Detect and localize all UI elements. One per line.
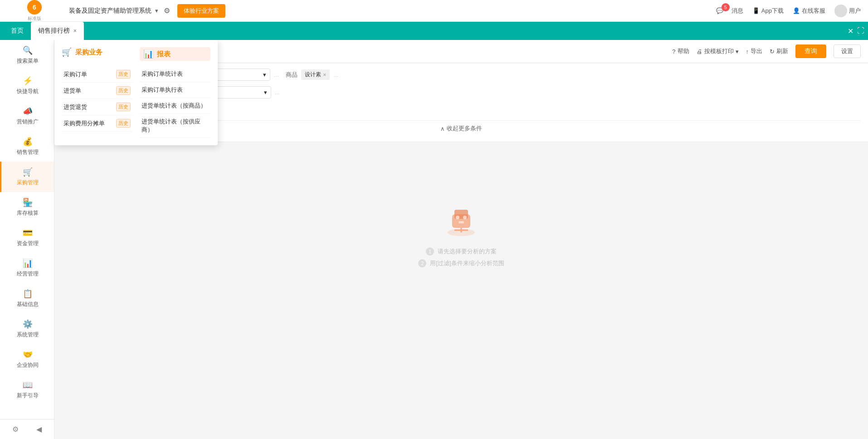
empty-step-1: 1 请先选择要分析的方案 <box>426 247 497 256</box>
svg-rect-7 <box>458 221 464 223</box>
step-1-number: 1 <box>426 247 434 256</box>
sidebar-item-inventory[interactable]: 🏪 库存核算 <box>0 192 54 222</box>
purchase-order-history-badge: 历史 <box>116 70 131 79</box>
collapse-button[interactable]: ∧ 收起更多条件 <box>437 121 486 136</box>
help-button[interactable]: ? 帮助 <box>672 47 689 55</box>
system-title-area: 装备及固定资产辅助管理系统 ▾ ⚙ 体验行业方案 <box>69 4 716 18</box>
collapse-arrow-icon: ∧ <box>440 125 445 132</box>
tab-sales-ranking[interactable]: 销售排行榜 × <box>31 22 84 40</box>
empty-state: 1 请先选择要分析的方案 2 用[过滤]条件来缩小分析范围 <box>54 142 868 324</box>
online-service-label: 在线客服 <box>802 7 825 15</box>
app-download-button[interactable]: 📱 App下载 <box>752 7 784 15</box>
stock-stats-goods-label: 进货单统计表（按商品） <box>141 102 206 110</box>
sidebar: 🔍 搜索菜单 ⚡ 快捷导航 📣 营销推广 💰 销售管理 🛒 采购管理 🏪 库存核… <box>0 40 54 439</box>
tab-home[interactable]: 首页 <box>4 22 31 40</box>
purchase-order-stats-label: 采购订单统计表 <box>141 70 183 78</box>
purchase-order-stats-item[interactable]: 采购订单统计表 <box>140 66 210 82</box>
purchase-section-icon: 🛒 <box>62 47 72 57</box>
sidebar-item-quicknav-label: 快捷导航 <box>17 88 39 95</box>
stock-return-item[interactable]: 进货退货 历史 <box>62 99 132 115</box>
purchase-section-title: 采购业务 <box>75 48 102 57</box>
sidebar-bottom: ⚙ ◀ <box>0 419 54 439</box>
sidebar-item-purchase[interactable]: 🛒 采购管理 <box>0 162 54 192</box>
tab-sales-ranking-label: 销售排行榜 <box>38 27 70 35</box>
sidebar-item-search[interactable]: 🔍 搜索菜单 <box>0 40 54 70</box>
sidebar-item-purchase-label: 采购管理 <box>17 179 39 187</box>
sidebar-item-search-label: 搜索菜单 <box>17 57 39 65</box>
sidebar-item-sales[interactable]: 💰 销售管理 <box>0 131 54 162</box>
sidebar-item-operations[interactable]: 📊 经营管理 <box>0 253 54 283</box>
user-button[interactable]: 用户 <box>834 5 861 17</box>
dropdown-columns: 🛒 采购业务 采购订单 历史 进货单 历史 进货退货 历史 <box>62 47 210 138</box>
system-title: 装备及固定资产辅助管理系统 <box>69 7 151 15</box>
sidebar-item-guide-label: 新手引导 <box>17 392 39 400</box>
user-label: 用户 <box>849 7 861 15</box>
purchase-expense-history-badge: 历史 <box>116 119 131 128</box>
settings-icon[interactable]: ⚙ <box>164 6 170 15</box>
sidebar-item-operations-label: 经营管理 <box>17 270 39 278</box>
sidebar-item-sales-label: 销售管理 <box>17 148 39 156</box>
bottom-collapse-icon[interactable]: ◀ <box>36 425 42 434</box>
sidebar-item-basic-info[interactable]: 📋 基础信息 <box>0 283 54 314</box>
purchase-order-exec-label: 采购订单执行表 <box>141 86 183 94</box>
purchase-expense-item[interactable]: 采购费用分摊单 历史 <box>62 115 132 132</box>
flash-icon: ⚡ <box>23 76 33 86</box>
sidebar-item-marketing[interactable]: 📣 营销推广 <box>0 101 54 131</box>
report-column: 📊 报表 采购订单统计表 采购订单执行表 进货单统计表（按商品） 进货单统计表（… <box>140 47 210 138</box>
empty-step2-text: 用[过滤]条件来缩小分析范围 <box>430 259 504 267</box>
stock-return-history-badge: 历史 <box>116 103 131 111</box>
purchase-order-label: 采购订单 <box>63 70 87 79</box>
svg-point-6 <box>463 216 467 219</box>
stock-stats-supplier-item[interactable]: 进货单统计表（按供应商） <box>140 114 210 138</box>
export-icon: ↑ <box>746 48 749 55</box>
purchase-section-header: 🛒 采购业务 <box>62 47 132 61</box>
print-template-button[interactable]: 🖨 按模板打印 ▾ <box>697 47 739 55</box>
doc-status-select[interactable]: ▾ <box>216 69 270 81</box>
doc-status-dropdown-icon: ▾ <box>263 71 266 78</box>
megaphone-icon: 📣 <box>23 106 33 116</box>
empty-step-2: 2 用[过滤]条件来缩小分析范围 <box>418 259 504 267</box>
stock-in-item[interactable]: 进货单 历史 <box>62 83 132 99</box>
top-bar: 6 标准版 装备及固定资产辅助管理系统 ▾ ⚙ 体验行业方案 💬 5 消息 📱 … <box>0 0 868 22</box>
purchase-dropdown-menu: 🛒 采购业务 采购订单 历史 进货单 历史 进货退货 历史 <box>54 40 218 145</box>
book-icon: 📖 <box>23 380 33 390</box>
online-service-button[interactable]: 👤 在线客服 <box>793 7 825 15</box>
tab-expand-icon[interactable]: ⛶ <box>857 27 864 35</box>
sidebar-item-guide[interactable]: 📖 新手引导 <box>0 375 54 405</box>
collapse-label: 收起更多条件 <box>447 124 482 133</box>
empty-step1-text: 请先选择要分析的方案 <box>438 247 497 256</box>
sidebar-item-quicknav[interactable]: ⚡ 快捷导航 <box>0 70 54 101</box>
tab-close-icon[interactable]: × <box>73 28 77 34</box>
goods-tag-remove[interactable]: × <box>323 72 326 78</box>
goods-tag: 设计素 × <box>301 69 330 80</box>
goods-ellipsis: ... <box>333 71 338 78</box>
sidebar-item-system-label: 系统管理 <box>17 331 39 339</box>
export-button[interactable]: ↑ 导出 <box>746 47 763 55</box>
sidebar-item-enterprise[interactable]: 🤝 企业协同 <box>0 344 54 375</box>
card-icon: 💳 <box>23 228 33 238</box>
bottom-settings-icon[interactable]: ⚙ <box>12 425 19 434</box>
refresh-label: 刷新 <box>776 47 788 55</box>
stock-stats-goods-item[interactable]: 进货单统计表（按商品） <box>140 98 210 114</box>
setting-button[interactable]: 设置 <box>834 44 861 58</box>
sidebar-item-finance[interactable]: 💳 资金管理 <box>0 222 54 253</box>
main-layout: 🔍 搜索菜单 ⚡ 快捷导航 📣 营销推广 💰 销售管理 🛒 采购管理 🏪 库存核… <box>0 40 868 439</box>
refresh-icon: ↻ <box>770 48 775 55</box>
print-icon: 🖨 <box>697 48 702 55</box>
purchase-order-exec-item[interactable]: 采购订单执行表 <box>140 82 210 98</box>
service-icon: 👤 <box>793 7 800 14</box>
sidebar-item-system[interactable]: ⚙️ 系统管理 <box>0 314 54 344</box>
messages-button[interactable]: 💬 5 消息 <box>716 7 743 15</box>
industry-button[interactable]: 体验行业方案 <box>177 4 225 18</box>
step-2-number: 2 <box>418 259 426 267</box>
title-dropdown-icon[interactable]: ▾ <box>155 7 158 14</box>
query-button[interactable]: 查询 <box>795 44 826 58</box>
purchase-order-item[interactable]: 采购订单 历史 <box>62 66 132 83</box>
tab-close-window-icon[interactable]: ✕ <box>848 27 853 35</box>
refresh-button[interactable]: ↻ 刷新 <box>770 47 788 55</box>
phone-icon: 📱 <box>752 7 760 14</box>
sidebar-item-marketing-label: 营销推广 <box>17 118 39 126</box>
doc-status-ellipsis: ... <box>274 71 279 78</box>
messages-label: 消息 <box>731 7 743 15</box>
tab-home-label: 首页 <box>11 27 24 35</box>
